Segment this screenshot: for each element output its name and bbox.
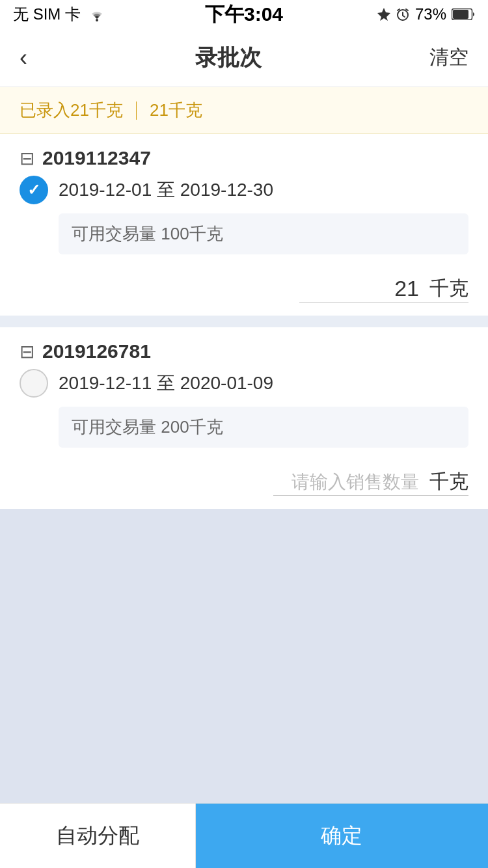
alarm-icon [396, 7, 410, 21]
svg-point-0 [96, 19, 98, 21]
batch-2-input-row: 请输入销售数量 千克 [0, 458, 488, 495]
battery-icon [452, 8, 475, 20]
batch-1-header: ⊟ 2019112347 [20, 147, 468, 169]
recorded-amount-value: 21千克 [150, 99, 202, 122]
batch-2-avail: 可用交易量 200千克 [59, 407, 468, 448]
batch-2-date-row: 2019-12-11 至 2020-01-09 [20, 369, 468, 398]
batch-1-date-row: 2019-12-01 至 2019-12-30 [20, 176, 468, 204]
recorded-amount-label: 已录入21千克 [20, 99, 123, 122]
batch-1-id-icon: ⊟ [20, 148, 34, 169]
location-icon [377, 8, 390, 21]
info-banner: 已录入21千克 21千克 [0, 87, 488, 134]
batch-2-id: 2019126781 [42, 340, 151, 362]
wifi-icon [87, 7, 107, 21]
status-time: 下午3:04 [205, 1, 283, 28]
batch-2-header: ⊟ 2019126781 [20, 340, 468, 362]
batch-1-quantity-row: 21 千克 [0, 265, 488, 302]
page-content: ⊟ 2019112347 2019-12-01 至 2019-12-30 可用交… [0, 134, 488, 850]
status-bar: 无 SIM 卡 下午3:04 73% [0, 0, 488, 29]
batch-1-avail: 可用交易量 100千克 [59, 213, 468, 254]
back-button[interactable]: ‹ [20, 44, 27, 72]
bottom-fill [0, 509, 488, 850]
page-title: 录批次 [195, 43, 262, 73]
clear-button[interactable]: 清空 [429, 44, 468, 71]
status-right: 73% [377, 5, 475, 23]
confirm-button[interactable]: 确定 [196, 804, 488, 868]
batch-1-id: 2019112347 [42, 147, 151, 169]
batch-1-date: 2019-12-01 至 2019-12-30 [59, 178, 273, 202]
batch-2-radio[interactable] [20, 369, 48, 398]
batch-2-input-placeholder: 请输入销售数量 [291, 470, 419, 495]
batch-1-quantity-unit: 千克 [429, 275, 468, 302]
status-left: 无 SIM 卡 [13, 4, 107, 25]
batch-item-2: ⊟ 2019126781 2019-12-11 至 2020-01-09 可用交… [0, 327, 488, 448]
batch-2-id-icon: ⊟ [20, 341, 34, 362]
batch-1-radio[interactable] [20, 176, 48, 204]
banner-divider [136, 102, 137, 120]
batch-2-date: 2019-12-11 至 2020-01-09 [59, 371, 273, 396]
batch-item-1: ⊟ 2019112347 2019-12-01 至 2019-12-30 可用交… [0, 134, 488, 254]
section-separator [0, 316, 488, 327]
svg-rect-3 [453, 10, 468, 19]
bottom-bar: 自动分配 确定 [0, 803, 488, 868]
battery-percent: 73% [415, 5, 446, 23]
auto-distribute-button[interactable]: 自动分配 [0, 804, 196, 868]
sim-label: 无 SIM 卡 [13, 4, 81, 25]
batch-card-2: ⊟ 2019126781 2019-12-11 至 2020-01-09 可用交… [0, 327, 488, 509]
batch-2-input-unit: 千克 [429, 468, 468, 495]
batch-1-quantity-value[interactable]: 21 [394, 276, 419, 301]
nav-bar: ‹ 录批次 清空 [0, 29, 488, 87]
batch-card-1: ⊟ 2019112347 2019-12-01 至 2019-12-30 可用交… [0, 134, 488, 316]
